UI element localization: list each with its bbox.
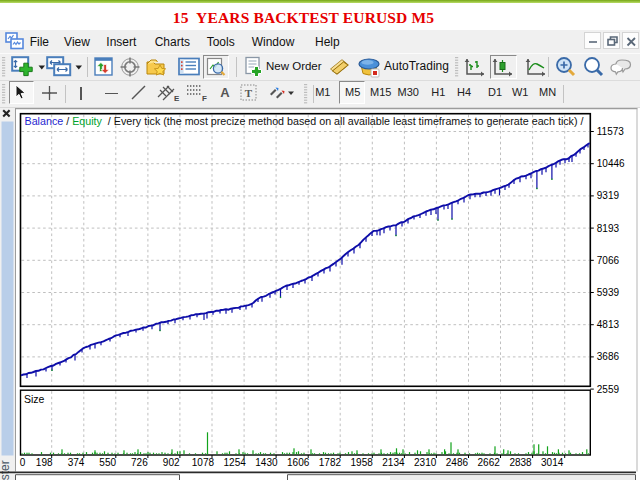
svg-text:Size: Size	[24, 393, 45, 405]
svg-text:2838: 2838	[509, 457, 532, 468]
svg-text:2310: 2310	[414, 457, 437, 468]
svg-text:1606: 1606	[287, 457, 310, 468]
svg-text:0: 0	[20, 457, 26, 468]
svg-text:5939: 5939	[597, 287, 620, 298]
svg-text:2134: 2134	[382, 457, 405, 468]
svg-text:11573: 11573	[597, 126, 625, 137]
svg-text:F: F	[202, 94, 207, 103]
svg-text:1782: 1782	[319, 457, 342, 468]
svg-text:Balance / Equity / Every tick: Balance / Equity / Every tick (the most …	[25, 115, 584, 127]
svg-text:1254: 1254	[224, 457, 247, 468]
svg-text:3686: 3686	[597, 351, 620, 362]
svg-text:726: 726	[131, 457, 148, 468]
svg-text:550: 550	[99, 457, 116, 468]
svg-text:Tester: Tester	[0, 460, 12, 480]
svg-text:7066: 7066	[597, 255, 620, 266]
svg-text:4813: 4813	[597, 319, 620, 330]
svg-text:1430: 1430	[255, 457, 278, 468]
svg-text:902: 902	[163, 457, 180, 468]
svg-text:3014: 3014	[541, 457, 564, 468]
svg-text:1958: 1958	[351, 457, 374, 468]
svg-text:374: 374	[68, 457, 85, 468]
svg-text:2662: 2662	[478, 457, 501, 468]
svg-text:9319: 9319	[597, 190, 620, 201]
svg-text:8193: 8193	[597, 223, 620, 234]
svg-text:E: E	[174, 94, 180, 103]
svg-text:T: T	[245, 87, 253, 99]
svg-text:2559: 2559	[597, 384, 620, 395]
svg-text:10446: 10446	[597, 158, 625, 169]
svg-text:198: 198	[36, 457, 53, 468]
svg-text:1078: 1078	[192, 457, 215, 468]
svg-text:2486: 2486	[446, 457, 469, 468]
